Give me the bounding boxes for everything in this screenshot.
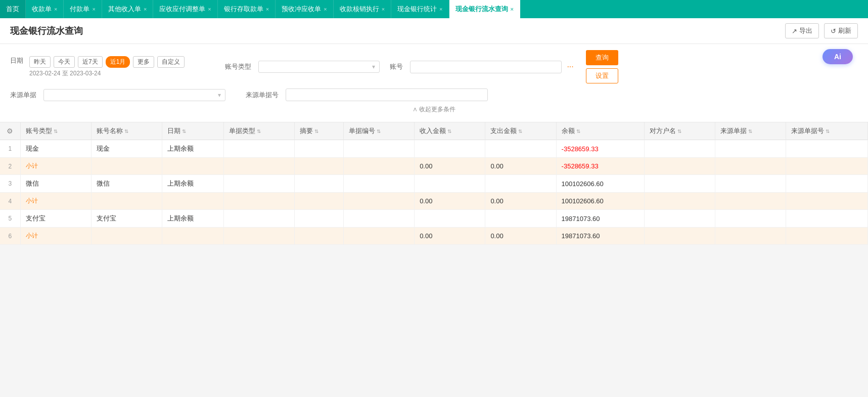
nav-close-5[interactable]: × — [324, 6, 327, 12]
th-source-doc-no[interactable]: 来源单据号⇅ — [786, 122, 867, 140]
table-row: 5支付宝支付宝上期余额19871073.60 — [0, 210, 868, 228]
nav-tab-3[interactable]: 应收应付调整单 × — [153, 0, 217, 18]
nav-close-6[interactable]: × — [382, 6, 385, 12]
nav-close-3[interactable]: × — [208, 6, 211, 12]
export-icon: ↗ — [792, 27, 797, 35]
nav-close-4[interactable]: × — [266, 6, 269, 12]
nav-tab-8[interactable]: 现金银行流水查询 × — [449, 0, 520, 18]
th-income[interactable]: 收入金额⇅ — [415, 122, 485, 140]
th-source-doc[interactable]: 来源单据⇅ — [715, 122, 786, 140]
cell-account-type: 小计 — [20, 193, 91, 210]
th-summary[interactable]: 摘要⇅ — [295, 122, 344, 140]
sort-icon-account-type: ⇅ — [54, 128, 58, 134]
cell-summary — [295, 158, 344, 175]
cell-income: 0.00 — [415, 228, 485, 245]
nav-tab-7[interactable]: 现金银行统计 × — [391, 0, 449, 18]
cell-account-type: 支付宝 — [20, 210, 91, 228]
cell-counterpart — [644, 175, 715, 193]
cell-date — [162, 158, 223, 175]
cell-counterpart — [644, 210, 715, 228]
sort-icon-account-name: ⇅ — [124, 128, 128, 134]
query-button[interactable]: 查询 — [586, 50, 618, 65]
th-account-type[interactable]: 账号类型⇅ — [20, 122, 91, 140]
nav-tab-0[interactable]: 收款单 × — [26, 0, 64, 18]
account-label: 账号 — [390, 62, 403, 71]
cell-doc-no — [343, 158, 414, 175]
nav-close-0[interactable]: × — [54, 6, 57, 12]
cell-summary — [295, 193, 344, 210]
account-dots-button[interactable]: ··· — [565, 62, 575, 71]
action-buttons: 查询 设置 — [586, 50, 618, 83]
cell-account-name: 现金 — [91, 140, 162, 158]
cell-date — [162, 193, 223, 210]
table-row: 1现金现金上期余额-3528659.33 — [0, 140, 868, 158]
cell-balance: 19871073.60 — [556, 210, 644, 228]
nav-tab-5[interactable]: 预收冲应收单 × — [276, 0, 333, 18]
th-settings[interactable]: ⚙ — [0, 122, 20, 140]
cell-index: 1 — [0, 140, 20, 158]
table-header-row: ⚙ 账号类型⇅ 账号名称⇅ 日期⇅ 单据类型⇅ 摘要⇅ 单据编号 — [0, 122, 868, 140]
cell-source-doc — [715, 228, 786, 245]
source-doc-no-input[interactable] — [286, 89, 488, 101]
cell-account-type: 小计 — [20, 228, 91, 245]
date-btn-yesterday[interactable]: 昨天 — [29, 56, 51, 68]
cell-counterpart — [644, 228, 715, 245]
nav-close-1[interactable]: × — [92, 6, 95, 12]
table-row: 4小计0.000.00100102606.60 — [0, 193, 868, 210]
date-btn-more[interactable]: 更多 — [133, 56, 154, 68]
cell-date: 上期余额 — [162, 210, 223, 228]
date-btn-1month[interactable]: 近1月 — [106, 56, 130, 68]
date-btn-today[interactable]: 今天 — [54, 56, 75, 68]
settings-button[interactable]: 设置 — [586, 68, 618, 83]
cell-counterpart — [644, 158, 715, 175]
nav-close-2[interactable]: × — [144, 6, 147, 12]
th-counterpart[interactable]: 对方户名⇅ — [644, 122, 715, 140]
cell-doc-type — [223, 158, 294, 175]
date-btn-7days[interactable]: 近7天 — [78, 56, 103, 68]
account-input[interactable] — [410, 61, 562, 73]
cell-account-name — [91, 158, 162, 175]
cell-doc-type — [223, 140, 294, 158]
refresh-button[interactable]: ↺ 刷新 — [824, 23, 858, 38]
date-btn-custom[interactable]: 自定义 — [157, 56, 185, 68]
source-doc-select[interactable]: ▾ — [43, 89, 225, 101]
cell-account-type: 现金 — [20, 140, 91, 158]
ai-badge[interactable]: Ai — [823, 49, 853, 64]
th-account-name[interactable]: 账号名称⇅ — [91, 122, 162, 140]
cell-account-name — [91, 228, 162, 245]
cell-doc-no — [343, 228, 414, 245]
cell-expense: 0.00 — [485, 193, 556, 210]
th-expense[interactable]: 支出金额⇅ — [485, 122, 556, 140]
nav-home[interactable]: 首页 — [0, 0, 26, 18]
collapse-bar[interactable]: ∧ 收起更多条件 — [10, 103, 858, 116]
nav-tab-1[interactable]: 付款单 × — [64, 0, 102, 18]
cell-source-doc-no — [786, 175, 867, 193]
th-date[interactable]: 日期⇅ — [162, 122, 223, 140]
th-doc-type[interactable]: 单据类型⇅ — [223, 122, 294, 140]
cell-source-doc-no — [786, 228, 867, 245]
cell-summary — [295, 228, 344, 245]
cell-index: 5 — [0, 210, 20, 228]
cell-income: 0.00 — [415, 193, 485, 210]
nav-close-7[interactable]: × — [439, 6, 442, 12]
th-balance[interactable]: 余额⇅ — [556, 122, 644, 140]
cell-income — [415, 140, 485, 158]
nav-tab-2[interactable]: 其他收入单 × — [102, 0, 153, 18]
th-doc-no[interactable]: 单据编号⇅ — [343, 122, 414, 140]
nav-close-8[interactable]: × — [511, 6, 514, 12]
export-button[interactable]: ↗ 导出 — [785, 23, 819, 38]
filter-area: 日期 昨天 今天 近7天 近1月 更多 自定义 2023-02-24 至 202… — [0, 44, 868, 122]
account-type-select[interactable]: ▾ — [258, 61, 380, 73]
cell-index: 6 — [0, 228, 20, 245]
sort-icon-income: ⇅ — [447, 128, 451, 134]
cell-account-name — [91, 193, 162, 210]
account-type-filter: 账号类型 ▾ — [225, 61, 380, 73]
nav-tab-6[interactable]: 收款核销执行 × — [334, 0, 391, 18]
table-area: ⚙ 账号类型⇅ 账号名称⇅ 日期⇅ 单据类型⇅ 摘要⇅ 单据编号 — [0, 122, 868, 245]
nav-tab-4[interactable]: 银行存取款单 × — [218, 0, 276, 18]
cell-expense: 0.00 — [485, 158, 556, 175]
settings-gear-icon[interactable]: ⚙ — [7, 127, 13, 135]
account-type-label: 账号类型 — [225, 62, 251, 71]
cell-source-doc — [715, 158, 786, 175]
header-actions: ↗ 导出 ↺ 刷新 — [785, 23, 858, 38]
